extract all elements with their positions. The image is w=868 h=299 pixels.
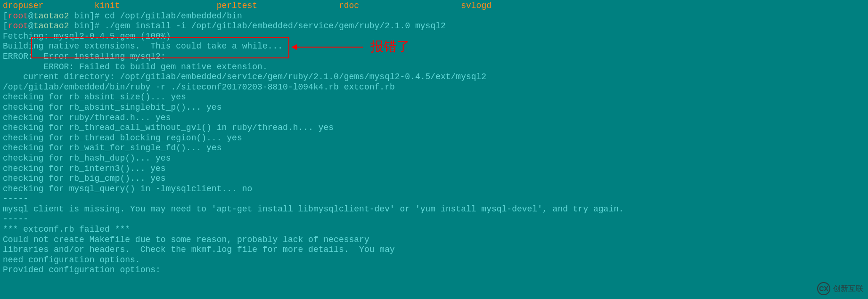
prompt-host: taotao2 — [33, 11, 74, 21]
output-line: /opt/gitlab/embedded/bin/ruby -r ./sitec… — [3, 82, 865, 93]
watermark-logo-icon: CX — [817, 282, 830, 295]
output-line: checking for ruby/thread.h... yes — [3, 113, 865, 123]
output-line: Fetching: mysql2-0.4.5.gem (100%) — [3, 32, 865, 42]
error-line-1: ERROR: Error installing mysql2: — [3, 52, 865, 62]
output-line: ----- — [3, 194, 865, 204]
command-text: cd /opt/gitlab/embedded/bin — [105, 11, 242, 21]
top-item: perltest — [217, 1, 257, 10]
output-line: Could not create Makefile due to some re… — [3, 235, 865, 245]
terminal-output[interactable]: dropuser kinit perltest rdoc svlogd [roo… — [3, 1, 865, 275]
output-line: checking for rb_absint_singlebit_p()... … — [3, 103, 865, 113]
output-line: checking for rb_absint_size()... yes — [3, 92, 865, 103]
top-row: dropuser kinit perltest rdoc svlogd — [3, 1, 865, 11]
output-line: libraries and/or headers. Check the mkmf… — [3, 245, 865, 255]
watermark-text: 创新互联 — [833, 284, 863, 293]
error-line-2: ERROR: Failed to build gem native extens… — [3, 62, 865, 73]
watermark: CX 创新互联 — [817, 282, 863, 295]
output-line: ----- — [3, 214, 865, 225]
top-item: svlogd — [461, 1, 491, 10]
top-item: dropuser — [3, 1, 43, 10]
command-text: ./gem install -i /opt/gitlab/embedded/se… — [105, 21, 446, 31]
output-line: checking for mysql_query() in -lmysqlcli… — [3, 184, 865, 194]
output-line: mysql client is missing. You may need to… — [3, 204, 865, 215]
output-line: *** extconf.rb failed *** — [3, 225, 865, 235]
output-line: checking for rb_thread_blocking_region()… — [3, 133, 865, 144]
prompt-user: root — [8, 11, 28, 21]
output-line: checking for rb_intern3()... yes — [3, 164, 865, 174]
output-line: Provided configuration options: — [3, 265, 865, 275]
output-line: Building native extensions. This could t… — [3, 41, 865, 52]
output-line: checking for rb_big_cmp()... yes — [3, 174, 865, 184]
output-line: checking for rb_hash_dup()... yes — [3, 154, 865, 164]
output-line: checking for rb_thread_call_without_gvl(… — [3, 123, 865, 133]
top-item: kinit — [94, 1, 120, 10]
prompt-path: bin — [74, 11, 89, 21]
prompt-line-1: [root@taotao2 bin]# cd /opt/gitlab/embed… — [3, 11, 865, 22]
output-line: need configuration options. — [3, 255, 865, 266]
top-item: rdoc — [339, 1, 359, 10]
output-line: checking for rb_wait_for_single_fd()... … — [3, 143, 865, 154]
output-line: current directory: /opt/gitlab/embedded/… — [3, 72, 865, 82]
prompt-line-2: [root@taotao2 bin]# ./gem install -i /op… — [3, 21, 865, 32]
